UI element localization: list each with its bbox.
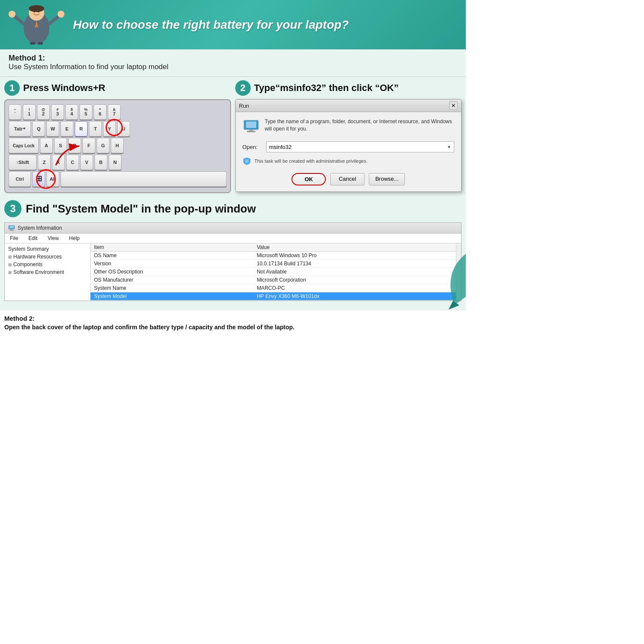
run-input-value: msinfo32 (269, 144, 292, 150)
run-buttons: OK Cancel Browse... (243, 171, 455, 185)
key-7[interactable]: &7 (108, 104, 121, 120)
keyboard-row-1: ~` !1 @2 #3 $4 %5 ^6 &7 (9, 104, 227, 120)
method2-section: Method 2: Open the back cover of the lap… (0, 310, 466, 337)
step3-header: 3 Find "System Model" in the pop-up wind… (4, 200, 462, 217)
step2-title: Type“msinfo32” then click “OK” (254, 82, 399, 94)
sysinfo-cell-value: Not Available (253, 268, 456, 276)
key-w[interactable]: W (46, 121, 59, 137)
key-tilde[interactable]: ~` (9, 104, 21, 120)
key-s[interactable]: S (54, 138, 67, 153)
svg-point-8 (9, 11, 15, 18)
step2-badge: 2 (235, 80, 251, 96)
svg-rect-10 (30, 42, 35, 45)
key-f[interactable]: F (82, 138, 95, 153)
key-4[interactable]: $4 (65, 104, 78, 120)
run-ok-button[interactable]: OK (292, 173, 326, 185)
sysinfo-title-icon (8, 225, 15, 231)
svg-rect-20 (10, 229, 13, 230)
key-a[interactable]: A (40, 138, 53, 153)
key-d[interactable]: D (68, 138, 81, 153)
run-close-button[interactable]: ✕ (449, 101, 458, 110)
key-alt[interactable]: Alt (46, 171, 59, 187)
run-dropdown-arrow-icon[interactable]: ▼ (447, 145, 451, 149)
svg-text:✓: ✓ (245, 159, 248, 163)
key-b[interactable]: B (94, 155, 107, 170)
key-n[interactable]: N (109, 155, 122, 170)
sysinfo-table-row[interactable]: System NameMARCO-PC (91, 284, 456, 292)
sysinfo-tree-components[interactable]: Components (5, 261, 90, 268)
sysinfo-tree: System Summary Hardware Resources Compon… (5, 243, 91, 301)
key-h[interactable]: H (111, 138, 124, 153)
run-dialog: Run ✕ Type the name of a program, folder (235, 99, 462, 192)
key-tab[interactable]: Tab⇥ (9, 121, 31, 137)
sysinfo-cell-value: HP Envy X360 M6-W101dx (253, 292, 456, 301)
key-space[interactable] (61, 171, 227, 187)
key-z[interactable]: Z (38, 155, 51, 170)
shield-icon: ✓ (243, 157, 251, 165)
run-input[interactable]: msinfo32 ▼ (266, 141, 455, 152)
sysinfo-tree-hardware[interactable]: Hardware Resources (5, 253, 90, 261)
content-row: ~` !1 @2 #3 $4 %5 ^6 &7 Tab⇥ Q W E R T (0, 97, 466, 197)
sysinfo-table-section: Item Value OS NameMicrosoft Windows 10 P… (91, 243, 456, 301)
key-ctrl[interactable]: Ctrl (9, 171, 31, 187)
keyboard-section: ~` !1 @2 #3 $4 %5 ^6 &7 Tab⇥ Q W E R T (4, 99, 231, 193)
key-x[interactable]: X (52, 155, 65, 170)
svg-rect-19 (9, 226, 14, 228)
key-e[interactable]: E (61, 121, 73, 137)
key-win[interactable]: ⊞ (32, 171, 45, 187)
sysinfo-cell-item: Other OS Description (91, 268, 253, 276)
key-t[interactable]: T (89, 121, 102, 137)
sysinfo-table-row[interactable]: Other OS DescriptionNot Available (91, 268, 456, 276)
run-cancel-button[interactable]: Cancel (330, 173, 365, 185)
step2-header: 2 Type“msinfo32” then click “OK” (235, 80, 462, 96)
method1-subtitle: Method 1: Use System Information to find… (0, 49, 466, 77)
svg-rect-16 (247, 131, 255, 132)
run-titlebar: Run ✕ (236, 100, 462, 112)
steps-row: 1 Press Windows+R 2 Type“msinfo32” then … (0, 77, 466, 97)
key-2[interactable]: @2 (37, 104, 50, 120)
sysinfo-table-row[interactable]: Version10.0.17134 Build 17134 (91, 260, 456, 268)
keyboard: ~` !1 @2 #3 $4 %5 ^6 &7 Tab⇥ Q W E R T (4, 99, 231, 193)
step3-section: 3 Find "System Model" in the pop-up wind… (0, 197, 466, 222)
sysinfo-menu-help[interactable]: Help (67, 234, 82, 242)
keyboard-wrapper: ~` !1 @2 #3 $4 %5 ^6 &7 Tab⇥ Q W E R T (4, 99, 231, 193)
key-shift[interactable]: ↑Shift (9, 155, 36, 170)
sysinfo-menu-view[interactable]: View (46, 234, 61, 242)
sysinfo-table-row[interactable]: OS ManufacturerMicrosoft Corporation (91, 276, 456, 284)
key-q[interactable]: Q (32, 121, 45, 137)
run-browse-button[interactable]: Browse... (369, 173, 405, 185)
sysinfo-table-row[interactable]: System ModelHP Envy X360 M6-W101dx (91, 292, 456, 301)
run-monitor-icon (243, 118, 260, 135)
key-u[interactable]: U (117, 121, 130, 137)
key-y[interactable]: Y (103, 121, 116, 137)
sysinfo-menu-edit[interactable]: Edit (27, 234, 39, 242)
sysinfo-cell-item: OS Manufacturer (91, 276, 253, 284)
header-illustration (4, 4, 69, 45)
svg-rect-14 (246, 122, 256, 128)
run-title-text: Run (239, 103, 249, 109)
run-description-text: Type the name of a program, folder, docu… (265, 118, 455, 133)
key-r[interactable]: R (75, 121, 88, 137)
key-c[interactable]: C (66, 155, 79, 170)
sysinfo-tree-summary[interactable]: System Summary (5, 245, 90, 253)
svg-point-9 (58, 11, 64, 18)
sysinfo-content: System Summary Hardware Resources Compon… (5, 243, 461, 301)
sysinfo-menu-file[interactable]: File (8, 234, 20, 242)
teal-arrow-decoration (436, 245, 466, 310)
key-6[interactable]: ^6 (94, 104, 106, 120)
key-v[interactable]: V (80, 155, 93, 170)
sysinfo-window: System Information File Edit View Help S… (4, 222, 462, 301)
svg-point-3 (33, 11, 35, 12)
sysinfo-cell-value: Microsoft Corporation (253, 276, 456, 284)
key-3[interactable]: #3 (51, 104, 64, 120)
run-shield-row: ✓ This task will be created with adminis… (243, 157, 455, 165)
key-5[interactable]: %5 (79, 104, 92, 120)
key-g[interactable]: G (97, 138, 109, 153)
sysinfo-cell-value: 10.0.17134 Build 17134 (253, 260, 456, 268)
sysinfo-tree-software[interactable]: Software Environment (5, 268, 90, 276)
sysinfo-cell-item: System Model (91, 292, 253, 301)
header: How to choose the right battery for your… (0, 0, 466, 49)
key-1[interactable]: !1 (23, 104, 36, 120)
sysinfo-table-row[interactable]: OS NameMicrosoft Windows 10 Pro (91, 252, 456, 260)
key-caps-lock[interactable]: Caps Lock (9, 138, 39, 153)
